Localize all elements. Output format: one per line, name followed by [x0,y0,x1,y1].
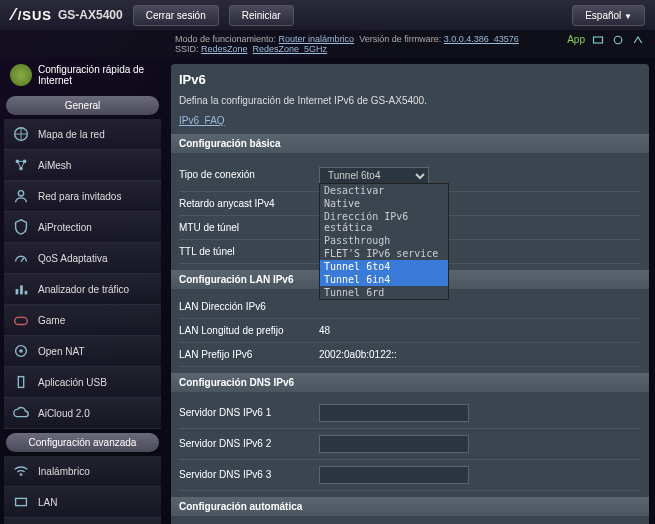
svg-point-1 [614,36,622,44]
section-basic: Configuración básica [171,134,649,153]
firmware-link[interactable]: 3.0.0.4.386_43576 [444,34,519,44]
quick-setup-icon [10,64,32,86]
app-link[interactable]: App [567,34,585,46]
section-advanced: Configuración avanzada [6,433,159,452]
label-dns1: Servidor DNS IPv6 1 [179,407,319,418]
dd-option[interactable]: Tunnel 6in4 [320,273,448,286]
dd-option[interactable]: Dirección IPv6 estática [320,210,448,234]
brand-logo: ⁄/SUS [10,6,52,24]
nav-aiprotection[interactable]: AiProtection [4,212,161,243]
svg-point-6 [18,191,23,196]
user-icon [12,187,30,205]
cloud-icon [12,404,30,422]
model-name: GS-AX5400 [58,8,123,22]
page-title: IPv6 [179,72,641,87]
page-description: Defina la configuración de Internet IPv6… [179,95,641,106]
svg-rect-0 [594,37,603,43]
ssid-link-1[interactable]: RedesZone [201,44,248,54]
svg-line-7 [21,258,24,262]
nav-traffic[interactable]: Analizador de tráfico [4,274,161,305]
globe-icon [12,125,30,143]
logout-button[interactable]: Cerrar sesión [133,5,219,26]
nav-wan[interactable]: WAN [4,518,161,524]
chart-icon [12,280,30,298]
link-icon[interactable] [591,34,605,46]
nav-aimesh[interactable]: AiMesh [4,150,161,181]
svg-point-13 [19,349,23,353]
chevron-down-icon: ▼ [624,12,632,21]
nav-game[interactable]: Game [4,305,161,336]
label-anycast: Retardo anycast IPv4 [179,198,319,209]
label-lan-addr: LAN Dirección IPv6 [179,301,319,312]
dd-option[interactable]: Tunnel 6to4 [320,260,448,273]
content-panel: IPv6 Defina la configuración de Internet… [165,58,655,524]
nav-aicloud[interactable]: AiCloud 2.0 [4,398,161,429]
section-auto: Configuración automática [171,497,649,516]
dns2-input[interactable] [319,435,469,453]
dd-option[interactable]: Passthrough [320,234,448,247]
label-dns3: Servidor DNS IPv6 3 [179,469,319,480]
ssid-link-2[interactable]: RedesZone_5GHz [253,44,328,54]
value-lan-prefix: 2002:0a0b:0122:: [319,349,397,360]
shield-icon [12,218,30,236]
label-mtu: MTU de túnel [179,222,319,233]
conn-type-dropdown: Desactivar Native Dirección IPv6 estátic… [319,183,449,300]
svg-rect-10 [25,291,28,295]
faq-link[interactable]: IPv6_FAQ [179,115,225,126]
svg-rect-16 [16,498,27,505]
reboot-button[interactable]: Reiniciar [229,5,294,26]
nat-icon [12,342,30,360]
nav-guest[interactable]: Red para invitados [4,181,161,212]
nav-usb[interactable]: Aplicación USB [4,367,161,398]
info-bar: App Modo de funcionamiento: Router inalá… [0,30,655,58]
dns1-input[interactable] [319,404,469,422]
dd-option[interactable]: Tunnel 6rd [320,286,448,299]
svg-rect-8 [16,289,19,294]
svg-rect-14 [18,377,23,388]
topbar: ⁄/SUS GS-AX5400 Cerrar sesión Reiniciar … [0,0,655,30]
quick-setup[interactable]: Configuración rápida de Internet [4,58,161,92]
nav-opennat[interactable]: Open NAT [4,336,161,367]
label-dns2: Servidor DNS IPv6 2 [179,438,319,449]
dns3-input[interactable] [319,466,469,484]
dd-option[interactable]: Native [320,197,448,210]
usb-app-icon [12,373,30,391]
nav-network-map[interactable]: Mapa de la red [4,119,161,150]
status-icon[interactable] [631,34,645,46]
label-ttl: TTL de túnel [179,246,319,257]
nav-wireless[interactable]: Inalámbrico [4,456,161,487]
nav-lan[interactable]: LAN [4,487,161,518]
value-lan-prefix-len: 48 [319,325,330,336]
section-dns: Configuración DNS IPv6 [171,373,649,392]
lan-icon [12,493,30,511]
svg-rect-11 [15,317,28,324]
svg-rect-9 [20,285,23,294]
dd-option[interactable]: FLET'S IPv6 service [320,247,448,260]
label-conn-type: Tipo de conexión [179,169,319,180]
conn-type-select[interactable]: Tunnel 6to4 [319,167,429,185]
section-general: General [6,96,159,115]
usb-icon[interactable] [611,34,625,46]
wifi-icon [12,462,30,480]
language-selector[interactable]: Español ▼ [572,5,645,26]
svg-point-15 [20,473,23,476]
gauge-icon [12,249,30,267]
label-lan-prefix: LAN Prefijo IPv6 [179,349,319,360]
nav-qos[interactable]: QoS Adaptativa [4,243,161,274]
game-icon [12,311,30,329]
operation-mode-link[interactable]: Router inalámbrico [279,34,355,44]
label-lan-prefix-len: LAN Longitud de prefijo [179,325,319,336]
mesh-icon [12,156,30,174]
sidebar: Configuración rápida de Internet General… [0,58,165,524]
dd-option[interactable]: Desactivar [320,184,448,197]
